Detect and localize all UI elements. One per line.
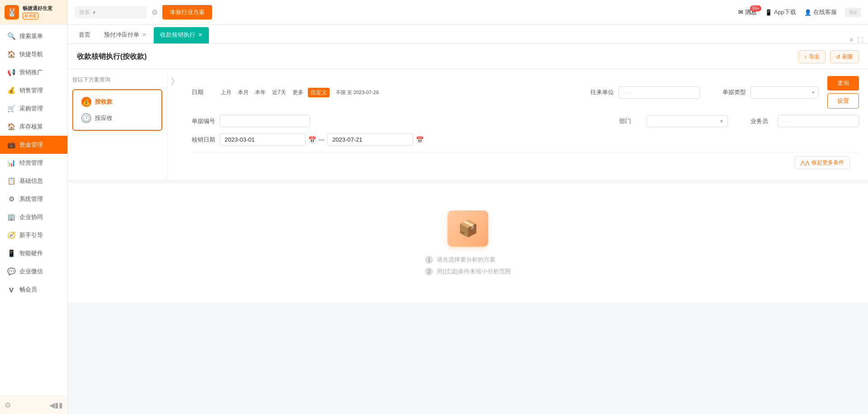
sidebar-item-label: 经营管理 <box>19 159 43 167</box>
sidebar-item-label: 搜索菜单 <box>19 32 43 40</box>
sidebar-item-label: 畅会员 <box>19 286 37 294</box>
sidebar-item-label: 库存核算 <box>19 123 43 131</box>
empty-hints: 1 请先选择要分析的方案 2 用[过滤]条件来缩小分析范围 <box>425 256 510 276</box>
message-button[interactable]: ✉ 消息 99+ <box>738 8 757 16</box>
app-label: App下载 <box>774 8 796 16</box>
search-box[interactable]: 搜索 ▾ <box>75 6 147 19</box>
inventory-icon: 🏠 <box>7 122 16 131</box>
date-last-month[interactable]: 上月 <box>219 88 233 97</box>
page-actions: ↑ 导出 ↺ 刷新 <box>798 50 859 69</box>
settings-icon[interactable]: ⚙ <box>5 401 11 409</box>
expand-tab-icon[interactable]: ⛶ <box>858 37 863 43</box>
sidebar-logo: 🐰 畅捷通好生意 标准版 <box>0 0 67 25</box>
sidebar-item-hardware[interactable]: 📱 智能硬件 <box>0 244 67 262</box>
date-7days[interactable]: 近7天 <box>270 88 288 97</box>
tab-prepay[interactable]: 预付冲应付单 ✕ <box>98 27 153 43</box>
hint-text-1: 请先选择要分析的方案 <box>437 256 495 264</box>
topbar-gear-icon[interactable]: ⚙ <box>151 8 158 17</box>
sidebar-item-label: 智能硬件 <box>19 249 43 257</box>
verify-date-to-input[interactable] <box>327 133 413 146</box>
empty-icon-wrap: 📦 <box>448 210 488 247</box>
tab-collection[interactable]: 收款核销执行 ✕ <box>154 27 209 43</box>
logo-text: 畅捷通好生意 标准版 <box>23 5 52 19</box>
sidebar-item-operations[interactable]: 📊 经营管理 <box>0 154 67 172</box>
action-buttons: 查询 设置 <box>827 76 859 109</box>
verify-date-from-calendar-icon[interactable]: 📅 <box>308 136 316 143</box>
by-collection-label: 按收款 <box>95 98 113 106</box>
refresh-icon: ↺ <box>836 54 840 60</box>
date-this-month[interactable]: 本月 <box>236 88 250 97</box>
online-service-button[interactable]: 👤 在线客服 <box>804 8 837 16</box>
solution-button[interactable]: 体验行业方案 <box>162 5 212 19</box>
dept-label: 部门 <box>619 117 642 125</box>
refresh-button[interactable]: ↺ 刷新 <box>830 50 859 63</box>
settings-button[interactable]: 设置 <box>827 93 859 109</box>
hint-num-1: 1 <box>425 256 433 264</box>
export-label: 导出 <box>809 53 820 61</box>
sidebar-item-inventory[interactable]: 🏠 库存核算 <box>0 118 67 136</box>
sidebar-item-label: 新手引导 <box>19 231 43 239</box>
collapse-more-button[interactable]: ⋀⋀ 收起更多条件 <box>795 156 850 169</box>
user-label: Rit <box>849 9 857 16</box>
vip-icon: V <box>7 285 16 294</box>
empty-hint-2: 2 用[过滤]条件来缩小分析范围 <box>425 267 510 276</box>
service-label: 在线客服 <box>813 8 837 16</box>
sidebar-item-system[interactable]: ⚙ 系统管理 <box>0 190 67 208</box>
verify-date-to-calendar-icon[interactable]: 📅 <box>416 136 424 143</box>
page-header: 收款核销执行(按收款) ↑ 导出 ↺ 刷新 <box>68 44 868 69</box>
close-tab-icon[interactable]: ✕ <box>849 37 854 43</box>
sidebar-item-search[interactable]: 🔍 搜索菜单 <box>0 27 67 45</box>
marketing-icon: 📢 <box>7 68 16 77</box>
sales-icon: 💰 <box>7 86 16 95</box>
sidebar-item-label: 系统管理 <box>19 195 43 203</box>
tabbar: 首页 预付冲应付单 ✕ 收款核销执行 ✕ ✕ ⛶ <box>68 25 868 44</box>
filter-collapse-icon[interactable]: 》 <box>167 69 183 180</box>
by-receivable-icon: 🕐 <box>81 113 91 123</box>
user-info[interactable]: Rit <box>845 8 861 17</box>
empty-face-icon: 📦 <box>458 219 478 238</box>
doc-no-input[interactable] <box>220 115 310 127</box>
sidebar-item-sales[interactable]: 💰 销售管理 <box>0 81 67 100</box>
sidebar-item-guide[interactable]: 🧭 新手引导 <box>0 226 67 244</box>
sidebar-item-marketing[interactable]: 📢 营销推广 <box>0 63 67 81</box>
sidebar-item-quick-nav[interactable]: 🏠 快捷导航 <box>0 45 67 63</box>
doc-type-label: 单据类型 <box>722 88 746 96</box>
sidebar-item-basic-info[interactable]: 📋 基础信息 <box>0 172 67 190</box>
filter-bottom-bar: ⋀⋀ 收起更多条件 <box>192 152 859 173</box>
date-custom[interactable]: 自定义 <box>308 88 330 97</box>
collapse-more-icon: ⋀⋀ <box>801 160 810 166</box>
tab-prepay-close-icon[interactable]: ✕ <box>142 32 146 38</box>
dept-select[interactable]: ▾ <box>646 115 728 127</box>
sidebar-item-vip[interactable]: V 畅会员 <box>0 281 67 299</box>
filter-option-by-collection[interactable]: 💰 按收款 <box>77 94 158 110</box>
filter-option-by-receivable[interactable]: 🕐 按应收 <box>77 110 158 126</box>
dept-chevron-icon: ▾ <box>720 118 723 124</box>
counterpart-input[interactable]: ··· <box>618 86 700 99</box>
collapse-sidebar-icon[interactable]: ◀▮▮ <box>49 401 63 409</box>
sidebar-item-finance[interactable]: 💼 资金管理 <box>0 136 67 154</box>
sidebar-item-purchase[interactable]: 🛒 采购管理 <box>0 100 67 118</box>
tab-home[interactable]: 首页 <box>72 27 97 43</box>
purchase-icon: 🛒 <box>7 104 16 113</box>
verify-date-from-input[interactable] <box>220 133 306 146</box>
topbar: 搜索 ▾ ⚙ 体验行业方案 ✉ 消息 99+ 📱 App下载 👤 在线客服 Ri… <box>68 0 868 25</box>
export-button[interactable]: ↑ 导出 <box>798 50 826 63</box>
tab-collection-close-icon[interactable]: ✕ <box>198 32 203 38</box>
sidebar-menu: 🔍 搜索菜单 🏠 快捷导航 📢 营销推广 💰 销售管理 🛒 采购管理 🏠 库存核… <box>0 25 67 396</box>
staff-input[interactable]: ··· <box>778 115 859 127</box>
sidebar-item-label: 企业协同 <box>19 213 43 221</box>
guide-icon: 🧭 <box>7 231 16 240</box>
message-icon: ✉ <box>738 9 743 15</box>
logo-badge: 标准版 <box>23 13 38 19</box>
date-this-year[interactable]: 本年 <box>253 88 268 97</box>
date-more[interactable]: 更多 <box>291 88 305 97</box>
query-button[interactable]: 查询 <box>827 76 859 90</box>
sidebar-item-wecom[interactable]: 💬 企业微信 <box>0 262 67 281</box>
filter-row-2: 单据编号 部门 ▾ 业务员 ··· <box>192 115 859 127</box>
sidebar-item-enterprise[interactable]: 🏢 企业协同 <box>0 208 67 226</box>
verify-date-label: 核销日期 <box>192 136 215 144</box>
sidebar-footer: ⚙ ◀▮▮ <box>0 396 67 414</box>
app-download-button[interactable]: 📱 App下载 <box>765 8 796 16</box>
filter-scheme-title: 按以下方案查询 <box>72 76 162 84</box>
doc-type-select[interactable] <box>750 86 818 99</box>
